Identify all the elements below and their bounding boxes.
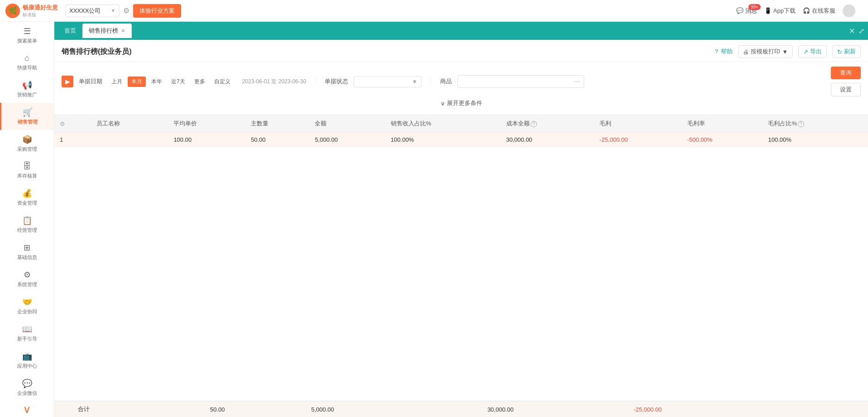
close-all-icon[interactable]: ✕ [849,27,855,35]
sidebar-item-member[interactable]: V 畅会员 [0,401,54,417]
expand-more-label: 展开更多条件 [447,99,482,107]
footer-empty-1 [54,402,72,417]
goods-dots[interactable]: ··· [574,77,580,86]
cell-sales-pct: 100.00% [385,133,501,147]
help-link[interactable]: ？ 帮助 [714,48,733,56]
tab-close-icon[interactable]: ✕ [121,28,125,34]
logo-text: 畅康通好生意 标准版 [23,4,58,18]
export-icon: ↗ [803,48,808,55]
expand-icon[interactable]: ⤢ [858,27,864,35]
table-row[interactable]: 1100.0050.005,000.00100.00%30,000.00-25,… [54,133,868,147]
message-area[interactable]: 💬 消息 99+ [736,7,757,15]
print-button[interactable]: 🖨 按模板打印 ▼ [738,45,793,58]
system-icon: ⚙ [24,270,31,280]
sidebar-item-quick-nav[interactable]: ⌂ 快捷导航 [0,49,54,76]
col-cost: 成本全额? [501,115,595,133]
profit-pct-help-icon[interactable]: ? [798,121,804,127]
col-amount: 全额 [309,115,385,133]
cost-help-icon[interactable]: ? [531,121,537,127]
sidebar-label-finance: 资金管理 [17,200,37,206]
col-qty: 主数量 [245,115,309,133]
date-tab-custom[interactable]: 自定义 [211,77,234,87]
sidebar-item-ops[interactable]: 📋 经营管理 [0,211,54,238]
main-area: ☰ 搜索菜单 ⌂ 快捷导航 📢 营销推广 🛒 销售管理 📦 采购管理 🗄 库 [0,22,868,417]
settings-button[interactable]: 设置 [831,83,861,96]
sidebar-label-system: 系统管理 [17,281,37,288]
sales-icon: 🛒 [23,107,33,117]
chevron-down-more-icon: ∨ [441,100,445,107]
expand-more-row[interactable]: ∨ 展开更多条件 [62,96,861,110]
status-label: 单据状态 [325,77,348,86]
sidebar: ☰ 搜索菜单 ⌂ 快捷导航 📢 营销推广 🛒 销售管理 📦 采购管理 🗄 库 [0,22,54,417]
tab-home[interactable]: 首页 [58,24,82,38]
online-service[interactable]: 🎧 在线客服 [803,7,835,15]
sidebar-item-guide[interactable]: 📖 新手引导 [0,320,54,347]
avatar[interactable] [843,5,855,17]
tab-sales-rank[interactable]: 销售排行榜 ✕ [82,24,132,38]
logo-area: 🌿 畅康通好生意 标准版 [5,4,58,18]
refresh-icon: ↻ [837,48,842,55]
sidebar-item-wechat[interactable]: 💬 企业微信 [0,374,54,401]
footer-label: 合计 [72,402,162,417]
sidebar-item-purchase[interactable]: 📦 采购管理 [0,130,54,157]
query-button[interactable]: 查询 [831,67,861,79]
company-name: XXXXX公司 [69,7,101,15]
date-tab-7days[interactable]: 近7天 [168,77,189,87]
sidebar-item-collab[interactable]: 🤝 企业协同 [0,292,54,320]
date-label: 单据日期 [79,77,102,86]
help-icon: ？ [714,48,719,56]
sidebar-item-apps[interactable]: 📺 应用中心 [0,347,54,374]
sidebar-label-search: 搜索菜单 [17,38,37,44]
trial-button[interactable]: 体验行业方案 [133,4,181,18]
cell-employee [91,133,168,147]
chevron-right-icon: ▶ [65,78,70,85]
app-download[interactable]: 📱 App下载 [764,7,796,15]
sidebar-label-basic: 基础信息 [17,254,37,261]
wechat-icon: 💬 [22,379,32,388]
print-icon: 🖨 [743,48,749,55]
company-selector[interactable]: XXXXX公司 ▼ [65,5,120,17]
help-label: 帮助 [721,48,733,56]
sidebar-label-sales: 销售管理 [18,119,38,125]
filter-separator-2 [431,77,431,86]
top-bar: 🌿 畅康通好生意 标准版 XXXXX公司 ▼ ⚙ 体验行业方案 💬 消息 99+… [0,0,868,22]
table-header-row: ⚙ 员工名称 平均单价 主数量 全额 销售收入占比% 成本全额? 毛利 毛利率 … [54,115,868,133]
sidebar-item-basic[interactable]: ⊞ 基础信息 [0,238,54,265]
cell-profit-rate: -500.00% [682,133,763,147]
message-badge: 99+ [748,4,761,10]
date-tab-prev[interactable]: 上月 [108,77,126,87]
sidebar-label-apps: 应用中心 [17,363,37,369]
export-button[interactable]: ↗ 导出 [798,45,827,58]
sidebar-item-system[interactable]: ⚙ 系统管理 [0,265,54,292]
footer-row: 合计 50.00 5,000.00 30,000.00 -25,000.00 [54,402,868,417]
headset-icon: 🎧 [803,7,810,14]
gear-icon[interactable]: ⚙ [123,6,129,15]
date-tab-cur[interactable]: 本月 [128,77,146,87]
col-sales-pct: 销售收入占比% [385,115,501,133]
col-settings: ⚙ [54,115,91,133]
status-select[interactable]: ▼ [354,76,422,87]
date-tab-more[interactable]: 更多 [191,77,209,87]
page-header: 销售排行榜(按业务员) ？ 帮助 🖨 按模板打印 ▼ ↗ 导出 [54,40,868,62]
col-employee: 员工名称 [91,115,168,133]
refresh-button[interactable]: ↻ 刷新 [832,45,861,58]
sidebar-label-guide: 新手引导 [17,336,37,342]
date-tab-year[interactable]: 本年 [148,77,166,87]
home-tab-label: 首页 [64,27,76,35]
home-icon: ⌂ [24,53,29,63]
filter-expand-icon[interactable]: ▶ [62,76,73,87]
date-range: 2023-06-01 至 2023-06-30 [242,78,306,86]
goods-input[interactable]: ··· [457,75,584,88]
sidebar-item-marketing[interactable]: 📢 营销推广 [0,76,54,103]
sidebar-item-inventory[interactable]: 🗄 库存核算 [0,157,54,184]
status-chevron-icon: ▼ [412,78,417,85]
sidebar-item-finance[interactable]: 💰 资金管理 [0,184,54,211]
footer-profit-pct [825,402,868,417]
sidebar-item-sales[interactable]: 🛒 销售管理 [0,103,54,130]
content-area: 首页 销售排行榜 ✕ ✕ ⤢ 销售排行榜(按业务员) ？ 帮助 [54,22,868,417]
col-settings-icon[interactable]: ⚙ [60,120,65,127]
table-footer: 合计 50.00 5,000.00 30,000.00 -25,000.00 [54,401,868,417]
ops-icon: 📋 [22,216,32,225]
sidebar-item-search[interactable]: ☰ 搜索菜单 [0,22,54,49]
print-label: 按模板打印 [751,48,780,56]
